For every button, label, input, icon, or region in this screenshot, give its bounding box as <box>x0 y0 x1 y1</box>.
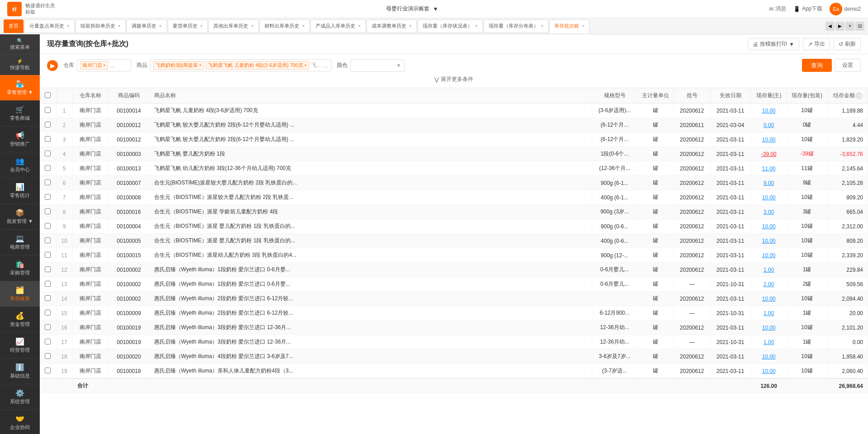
tab-1-close[interactable]: × <box>67 24 70 28</box>
row-stock-main[interactable]: 10.00 <box>751 248 787 263</box>
tab-5[interactable]: 其他出库单历史 × <box>208 19 259 33</box>
sidebar-item-purchase[interactable]: 🛍️ 采购管理 <box>0 255 40 281</box>
col-check[interactable] <box>40 88 56 104</box>
tab-6-close[interactable]: × <box>302 24 305 28</box>
sidebar-item-member[interactable]: 👥 会员中心 <box>0 152 40 178</box>
sidebar-item-base-info[interactable]: ℹ️ 基础信息 <box>0 359 40 384</box>
tab-home[interactable]: 首页 <box>4 19 24 33</box>
row-check[interactable] <box>40 306 56 321</box>
company-selector-area[interactable]: 母婴行业演示账套 ▼ <box>386 5 439 13</box>
export-btn[interactable]: ↗ 导出 <box>803 38 830 50</box>
tab-prev-btn[interactable]: ◀ <box>826 22 835 31</box>
row-stock-main[interactable]: 10.00 <box>751 234 787 248</box>
row-check[interactable] <box>40 335 56 349</box>
sidebar-item-ecommerce[interactable]: 💻 电商管理 <box>0 230 40 255</box>
template-print-btn[interactable]: 🖨 按模板打印 ▼ <box>748 38 799 50</box>
row-check[interactable] <box>40 176 56 190</box>
color-input[interactable]: ▼ <box>350 59 405 72</box>
row-check[interactable] <box>40 205 56 219</box>
row-stock-main[interactable]: 10.00 <box>751 219 787 234</box>
setting-btn[interactable]: 设置 <box>835 59 861 72</box>
sidebar-item-retail-mgmt[interactable]: 🏪 零售管理 ▼ <box>0 75 40 101</box>
row-stock-main[interactable]: 1.00 <box>751 263 787 277</box>
row-stock-main[interactable]: 10.00 <box>751 132 787 147</box>
tab-3[interactable]: 调拨单历史 × <box>127 19 167 33</box>
row-stock-main[interactable]: 3.00 <box>751 205 787 219</box>
expand-more-btn[interactable]: ⋁ 展开更多条件 <box>434 75 473 83</box>
tab-2-close[interactable]: × <box>118 24 121 28</box>
row-stock-main[interactable]: 10.00 <box>751 349 787 364</box>
row-check[interactable] <box>40 321 56 335</box>
row-check[interactable] <box>40 364 56 379</box>
warehouse-tag-container[interactable]: 南岸门店 × … <box>77 59 131 71</box>
balance-info-icon[interactable]: ① <box>856 93 862 99</box>
row-check[interactable] <box>40 292 56 306</box>
product-tag-0-close[interactable]: × <box>199 63 202 68</box>
row-stock-main[interactable]: 10.00 <box>751 292 787 306</box>
row-stock-main[interactable]: 10.00 <box>751 104 787 118</box>
row-check[interactable] <box>40 147 56 161</box>
filter-expand-btn[interactable]: ▶ <box>47 60 58 71</box>
row-stock-main[interactable]: 9.00 <box>751 176 787 190</box>
sidebar-item-collab[interactable]: 🤝 企业协同 <box>0 410 40 434</box>
sidebar-item-retail-stats[interactable]: 📊 零售统计 <box>0 178 40 204</box>
row-check[interactable] <box>40 277 56 292</box>
sidebar-item-finance[interactable]: 💰 资金管理 <box>0 307 40 333</box>
user-avatar-btn[interactable]: Ea demo2 <box>830 3 861 15</box>
row-check[interactable] <box>40 263 56 277</box>
row-stock-main[interactable]: 0.00 <box>751 118 787 132</box>
tab-11[interactable]: 库存批次账 × <box>549 19 590 33</box>
product-tag-1-close[interactable]: × <box>304 63 307 68</box>
row-check[interactable] <box>40 161 56 176</box>
tab-10[interactable]: 现存量（库存分布表） × <box>484 19 549 33</box>
select-all-checkbox[interactable] <box>45 92 51 98</box>
sidebar-item-biz-mgmt[interactable]: 📈 经营管理 <box>0 333 40 359</box>
tab-5-close[interactable]: × <box>251 24 254 28</box>
tab-10-close[interactable]: × <box>541 24 544 28</box>
tab-9[interactable]: 现存量（库存状况表） × <box>418 19 483 33</box>
row-stock-main[interactable]: -39.00 <box>751 147 787 161</box>
message-btn[interactable]: ✉ 消息 <box>769 5 786 13</box>
tab-next-btn[interactable]: ▶ <box>835 22 844 31</box>
tab-11-close[interactable]: × <box>582 24 585 28</box>
sidebar-item-retail-mall[interactable]: 🛒 零售商城 <box>0 101 40 127</box>
tab-6[interactable]: 材料出库单历史 × <box>259 19 310 33</box>
row-stock-main[interactable]: 2.00 <box>751 277 787 292</box>
sidebar-item-marketing[interactable]: 📢 营销推广 <box>0 127 40 152</box>
sidebar-item-system[interactable]: ⚙️ 系统管理 <box>0 384 40 410</box>
row-stock-main[interactable]: 10.00 <box>751 364 787 379</box>
row-stock-main[interactable]: 10.00 <box>751 321 787 335</box>
warehouse-more[interactable]: … <box>110 62 115 69</box>
tab-4-close[interactable]: × <box>200 24 203 28</box>
tab-2[interactable]: 组装拆卸单历史 × <box>75 19 126 33</box>
tab-3-close[interactable]: × <box>159 24 162 28</box>
product-tag-container[interactable]: 飞鹤奶粉3段两提装 × 飞鹤星飞帆 儿童奶粉 4段(3-6岁适用) 700克 ×… <box>150 59 331 71</box>
product-more2[interactable]: … <box>323 62 328 69</box>
row-check[interactable] <box>40 190 56 205</box>
tab-8-close[interactable]: × <box>409 24 412 28</box>
warehouse-tag-close[interactable]: × <box>103 63 106 68</box>
sidebar-quicknav-btn[interactable]: ⚡ 快捷导航 <box>0 55 40 75</box>
row-stock-main[interactable]: 10.00 <box>751 190 787 205</box>
tab-close-btn[interactable]: × <box>845 22 854 31</box>
row-check[interactable] <box>40 219 56 234</box>
row-check[interactable] <box>40 132 56 147</box>
row-stock-main[interactable]: 11.00 <box>751 161 787 176</box>
query-btn[interactable]: 查询 <box>802 59 832 72</box>
row-stock-main[interactable]: 1.00 <box>751 335 787 349</box>
tab-1[interactable]: 分量盘点单历史 × <box>24 19 75 33</box>
tab-4[interactable]: 要货单历史 × <box>168 19 208 33</box>
sidebar-item-inventory[interactable]: 🗂️ 库存核算 <box>0 281 40 307</box>
row-check[interactable] <box>40 118 56 132</box>
tab-8[interactable]: 成本调整单历史 × <box>367 19 417 33</box>
row-stock-main[interactable]: 1.00 <box>751 306 787 321</box>
row-check[interactable] <box>40 248 56 263</box>
tab-menu-btn[interactable]: ⊡ <box>855 22 864 31</box>
product-more[interactable]: 飞... <box>311 61 321 69</box>
sidebar-search-btn[interactable]: 🔍 搜索菜单 <box>0 34 40 55</box>
tab-9-close[interactable]: × <box>475 24 478 28</box>
tab-7-close[interactable]: × <box>358 24 361 28</box>
row-check[interactable] <box>40 234 56 248</box>
sidebar-item-wholesale[interactable]: 📦 批发管理 ▼ <box>0 204 40 230</box>
app-download-btn[interactable]: 📱 App下载 <box>793 5 822 13</box>
